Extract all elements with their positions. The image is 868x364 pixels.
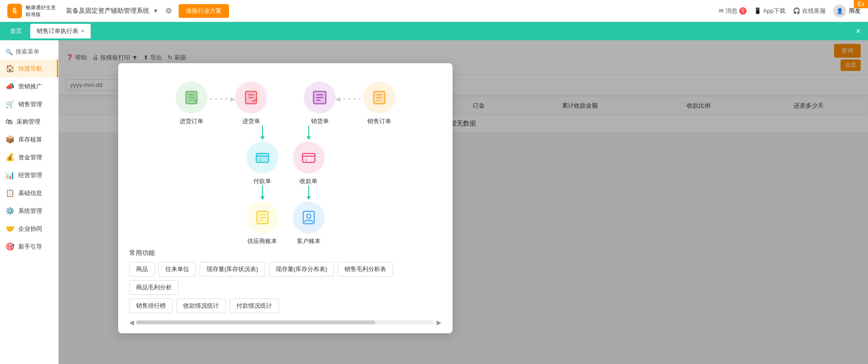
logo-area: 6 畅康通好生意 标准版 [7,4,66,18]
v-connector-pb [260,125,265,140]
func-btn-partners[interactable]: 往来单位 [158,262,196,277]
v-connector-payment [260,185,265,200]
sidebar-item-marketing[interactable]: 📣 营销推广 [0,77,58,95]
purchase-order-label: 进货订单 [180,117,203,125]
customer-ledger-node[interactable]: 客户账本 [293,201,325,245]
avatar: 👤 [833,5,846,17]
sidebar-item-sales[interactable]: 🛒 销售管理 [0,95,58,113]
purchase-bill-circle [235,81,267,114]
sidebar-item-quick-nav[interactable]: 🏠 快捷导航 [0,60,58,77]
content-area: ❓ 帮助 🖨 按模板打印 ▼ ⬆ 导出 ↻ 刷新 查询 设置 [59,40,868,364]
scroll-left-btn[interactable]: ◀ [129,319,134,326]
svg-rect-18 [302,153,315,163]
func-btn-stock-status[interactable]: 现存量(库存状况表) [200,262,265,277]
supplier-ledger-label: 供应商账本 [247,237,277,245]
system-dropdown-btn[interactable]: ▼ [153,8,158,14]
scrollbar-thumb [136,321,375,324]
message-action[interactable]: ✉ 消息 5 [719,7,747,15]
arrow-so-to-sb: ◀ [336,98,363,99]
headset-icon: 🎧 [793,7,800,14]
settings-btn[interactable]: ⚙ [162,5,175,17]
purchase-order-node[interactable]: 进货订单 [175,81,207,125]
sidebar-item-basic[interactable]: 📋 基础信息 [0,184,58,202]
sales-bill-label: 销货单 [311,117,329,125]
func-btn-sales-rank[interactable]: 销售排行榜 [129,299,173,313]
system-icon: ⚙️ [5,206,15,215]
sidebar-item-purchase[interactable]: 🛍 采购管理 [0,113,58,130]
operations-icon: 📊 [5,171,15,179]
sidebar-item-system[interactable]: ⚙️ 系统管理 [0,202,58,220]
finance-icon: 💰 [5,153,15,162]
purchase-icon: 🛍 [5,118,13,126]
sidebar-item-inventory[interactable]: 📦 库存核算 [0,130,58,148]
sidebar-item-operations[interactable]: 📊 经营管理 [0,166,58,184]
common-funcs-title: 常用功能 [129,249,442,257]
receipt-bill-circle: ¥ [293,141,325,174]
basic-icon: 📋 [5,189,15,197]
logo-icon: 6 [7,4,22,18]
collab-icon: 🤝 [5,224,15,233]
main-layout: 🔍 搜索菜单 🏠 快捷导航 📣 营销推广 🛒 销售管理 🛍 采购管理 📦 库存核… [0,40,868,364]
marketing-icon: 📣 [5,82,15,91]
home-icon: 🏠 [5,64,15,73]
supplier-ledger-node[interactable]: 供应商账本 [246,201,278,245]
header-right: ✉ 消息 5 📱 App下载 🎧 在线客服 👤 用友 Ea [719,5,861,17]
purchase-bill-label: 进货单 [242,117,260,125]
func-btn-stock-dist[interactable]: 现存量(库存分布表) [269,262,334,277]
customer-section: 客户账本 [285,185,332,245]
func-btn-row1: 商品 往来单位 现存量(库存状况表) 现存量(库存分布表) 销售毛利分析表 商品… [129,262,442,295]
trial-btn[interactable]: 体验行业方案 [179,4,229,18]
sidebar-item-guide[interactable]: 🎯 新手引导 [0,238,58,255]
tab-sales-order[interactable]: 销售订单执行表 × [30,24,91,38]
sidebar-search[interactable]: 🔍 搜索菜单 [0,44,58,60]
customer-ledger-label: 客户账本 [297,237,321,245]
ea-badge: Ea [854,0,868,8]
inventory-icon: 📦 [5,135,15,144]
purchase-order-circle [175,81,207,114]
func-btn-payment-stats[interactable]: 付款情况统计 [229,299,279,313]
payment-bill-circle: ¥ [246,141,278,174]
message-badge: 5 [739,7,747,15]
tab-home[interactable]: 首页 [4,24,28,38]
popup-box: 进货订单 ▶ [118,63,453,333]
main-close-btn[interactable]: × [852,25,864,38]
svg-rect-15 [256,153,268,163]
pb-down-section: ¥ 付款单 [239,125,285,185]
sidebar-item-collab[interactable]: 🤝 企业协同 [0,220,58,238]
guide-icon: 🎯 [5,242,15,251]
receipt-bill-label: 收款单 [300,177,317,185]
payment-bill-node[interactable]: ¥ 付款单 [246,141,278,185]
supplier-section: 供应商账本 [239,185,285,245]
arrow-po-to-pb: ▶ [207,98,235,99]
tab-close-btn[interactable]: × [81,28,84,34]
tab-bar: 首页 销售订单执行表 × × [0,22,868,40]
message-icon: ✉ [719,7,724,14]
scrollbar-track[interactable] [136,320,435,325]
func-btn-product[interactable]: 商品 [129,262,155,277]
online-service-action[interactable]: 🎧 在线客服 [793,7,826,15]
sales-icon: 🛒 [5,100,15,109]
search-icon: 🔍 [5,49,13,55]
v-connector-sb [306,125,311,140]
common-funcs: 常用功能 商品 往来单位 现存量(库存状况表) 现存量(库存分布表) 销售毛利分… [129,245,442,313]
purchase-bill-node[interactable]: 进货单 [235,81,267,125]
sidebar-item-finance[interactable]: 💰 资金管理 [0,148,58,166]
scroll-right-btn[interactable]: ▶ [437,319,442,326]
func-btn-receipt-stats[interactable]: 收款情况统计 [176,299,226,313]
popup-scrollbar: ◀ ▶ [129,319,442,326]
sales-order-node[interactable]: 销售订单 [363,81,395,125]
func-btn-row2: 销售排行榜 收款情况统计 付款情况统计 [129,299,442,313]
system-title: 装备及固定资产辅助管理系统 ▼ ⚙ 体验行业方案 [66,4,719,18]
top-header: 6 畅康通好生意 标准版 装备及固定资产辅助管理系统 ▼ ⚙ 体验行业方案 ✉ … [0,0,868,22]
receipt-bill-node[interactable]: ¥ 收款单 [293,141,325,185]
customer-ledger-circle [293,201,325,234]
app-download-action[interactable]: 📱 App下载 [754,7,786,15]
popup-overlay: 进货订单 ▶ [59,40,868,364]
logo-text: 畅康通好生意 标准版 [26,4,56,17]
func-btn-sales-profit[interactable]: 销售毛利分析表 [338,262,393,277]
sales-order-circle [363,81,395,114]
sales-bill-node[interactable]: 销货单 [304,81,336,125]
sales-bill-circle [304,81,336,114]
sb-down-section: ¥ 收款单 [285,125,332,185]
func-btn-product-profit[interactable]: 商品毛利分析 [129,280,179,295]
